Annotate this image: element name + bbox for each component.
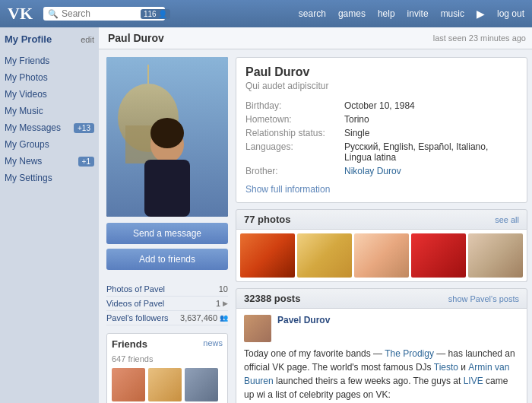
nav-invite[interactable]: invite: [407, 8, 429, 19]
profile-right-column: Paul Durov Qui audet adipiscitur Birthda…: [236, 57, 527, 403]
photos-section: 77 photos see all: [236, 209, 527, 282]
relationship-value: Single: [344, 128, 369, 138]
stat-photos[interactable]: Photos of Pavel 10: [106, 282, 228, 297]
show-pavels-posts-link[interactable]: show Pavel's posts: [448, 294, 519, 303]
main-layout: My Profile edit My Friends My Photos My …: [0, 27, 532, 403]
info-languages: Languages: Русский, English, Español, It…: [245, 140, 518, 164]
search-icon: 🔍: [48, 9, 59, 19]
post-author-info: Pavel Durov: [277, 315, 330, 342]
search-count: 116 👤: [141, 9, 170, 19]
sidebar-item-friends[interactable]: My Friends: [5, 52, 94, 69]
search-box[interactable]: 🔍 116 👤: [43, 7, 165, 21]
send-message-button[interactable]: Send a message: [106, 223, 228, 244]
person-name: Paul Durov: [245, 65, 518, 79]
sidebar-music-label: My Music: [5, 106, 43, 116]
sidebar-groups-label: My Groups: [5, 139, 49, 150]
languages-value: Русский, English, Español, Italiano, Lin…: [344, 141, 518, 163]
sidebar-item-groups[interactable]: My Groups: [5, 136, 94, 153]
sidebar-item-photos[interactable]: My Photos: [5, 69, 94, 86]
posts-count: 32388 posts: [244, 293, 300, 304]
sidebar-profile-row: My Profile edit: [5, 33, 94, 45]
profile-header: Paul Durov last seen 23 minutes ago: [99, 27, 532, 49]
tiesto-link[interactable]: Tiesto: [434, 362, 458, 373]
info-brother: Brother: Nikolay Durov: [245, 164, 518, 178]
photo-thumb-4[interactable]: [411, 233, 466, 278]
profile-last-seen: last seen 23 minutes ago: [433, 33, 526, 43]
play-button[interactable]: ▶: [477, 8, 485, 20]
stat-videos[interactable]: Videos of Pavel 1 ▶: [106, 297, 228, 311]
photo-thumb-5[interactable]: [468, 233, 523, 278]
birthday-label: Birthday:: [245, 100, 344, 111]
stat-photos-label: Photos of Pavel: [106, 284, 165, 294]
svg-rect-5: [144, 160, 190, 217]
photos-strip: [236, 230, 527, 282]
prodigy-link[interactable]: The Prodigy: [385, 348, 434, 359]
stat-videos-label: Videos of Pavel: [106, 299, 164, 308]
sidebar-settings-label: My Settings: [5, 173, 52, 183]
photos-see-all-link[interactable]: see all: [495, 215, 519, 224]
nav-music[interactable]: music: [441, 8, 464, 19]
post-author-row: Pavel Durov: [244, 315, 519, 342]
sidebar: My Profile edit My Friends My Photos My …: [0, 27, 99, 403]
sidebar-videos-label: My Videos: [5, 89, 47, 100]
info-birthday: Birthday: October 10, 1984: [245, 99, 518, 113]
top-navigation-bar: VK 🔍 116 👤 search games help invite musi…: [0, 0, 532, 27]
sidebar-item-music[interactable]: My Music: [5, 103, 94, 119]
posts-section: 32388 posts show Pavel's posts Pavel Dur…: [236, 288, 527, 403]
brother-value[interactable]: Nikolay Durov: [344, 166, 401, 176]
friends-news-link[interactable]: news: [203, 338, 223, 350]
sidebar-my-profile[interactable]: My Profile: [5, 33, 52, 45]
vk-logo: VK: [8, 4, 33, 24]
nav-games[interactable]: games: [338, 8, 366, 19]
nav-search[interactable]: search: [299, 8, 326, 19]
messages-badge: +13: [74, 123, 94, 133]
post-text: Today one of my favorite bands — The Pro…: [244, 347, 519, 401]
sidebar-messages-label: My Messages: [5, 122, 61, 133]
sidebar-item-news[interactable]: My News +1: [5, 153, 94, 170]
add-to-friends-button[interactable]: Add to friends: [106, 249, 228, 270]
stat-videos-value: 1 ▶: [216, 299, 228, 308]
sidebar-photos-label: My Photos: [5, 72, 48, 83]
main-content: Paul Durov last seen 23 minutes ago: [99, 27, 532, 403]
sidebar-edit-link[interactable]: edit: [81, 35, 94, 44]
info-hometown: Hometown: Torino: [245, 113, 518, 126]
photos-section-header: 77 photos see all: [236, 209, 527, 230]
photo-thumb-3[interactable]: [354, 233, 409, 278]
friend-item-0[interactable]: Iolanta: [112, 368, 145, 403]
profile-left-column: Send a message Add to friends Photos of …: [106, 57, 228, 403]
friend-avatar-0: [112, 368, 145, 401]
sidebar-item-messages[interactable]: My Messages +13: [5, 119, 94, 136]
photos-title: 77 photos: [244, 214, 290, 225]
relationship-label: Relationship status:: [245, 128, 344, 138]
stat-followers[interactable]: Pavel's followers 3,637,460 👥: [106, 311, 228, 325]
live-link[interactable]: LIVE: [464, 376, 483, 386]
nav-logout[interactable]: log out: [497, 8, 524, 19]
sidebar-news-label: My News: [5, 156, 42, 167]
profile-info-box: Paul Durov Qui audet adipiscitur Birthda…: [236, 57, 527, 203]
search-input[interactable]: [62, 8, 138, 19]
nav-help[interactable]: help: [378, 8, 395, 19]
hometown-value: Torino: [344, 114, 369, 125]
photo-thumb-1[interactable]: [240, 233, 295, 278]
show-full-info-link[interactable]: Show full information: [245, 184, 518, 195]
brother-label: Brother:: [245, 166, 344, 176]
stat-followers-label: Pavel's followers: [106, 313, 169, 322]
svg-point-6: [150, 118, 184, 148]
profile-header-name: Paul Durov: [108, 32, 164, 44]
brother-link[interactable]: Nikolay Durov: [344, 166, 401, 176]
person-icon: 👤: [158, 10, 167, 18]
friend-avatar-2: [185, 368, 218, 401]
video-icon: ▶: [223, 300, 228, 307]
post-item: Pavel Durov Today one of my favorite ban…: [236, 309, 527, 403]
info-table: Birthday: October 10, 1984 Hometown: Tor…: [245, 99, 518, 178]
sidebar-item-settings[interactable]: My Settings: [5, 170, 94, 186]
post-author-name[interactable]: Pavel Durov: [277, 315, 330, 325]
friend-avatar-1: [148, 368, 182, 401]
sidebar-item-videos[interactable]: My Videos: [5, 86, 94, 103]
friend-item-1[interactable]: Katarina: [148, 368, 182, 403]
photo-thumb-2[interactable]: [297, 233, 352, 278]
stat-photos-value: 10: [219, 284, 228, 294]
post-avatar: [244, 315, 271, 342]
followers-icon: 👥: [220, 314, 228, 322]
friend-item-2[interactable]: Diane: [185, 368, 218, 403]
